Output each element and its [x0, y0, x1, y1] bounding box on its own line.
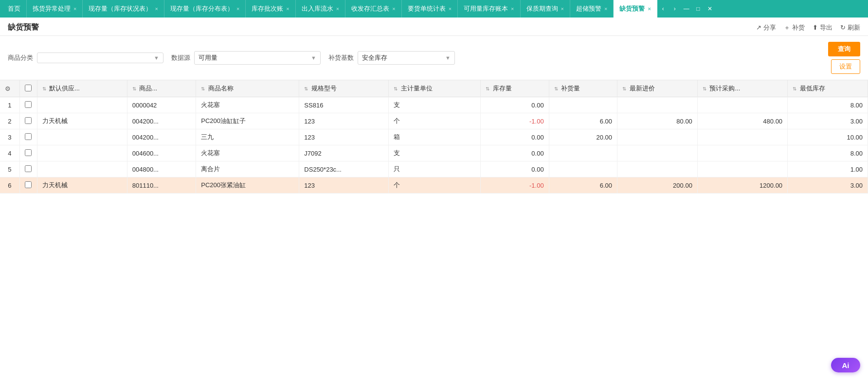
tab-batch-account[interactable]: 库存批次账 × [246, 0, 295, 18]
row-checkbox-4[interactable] [25, 149, 32, 156]
col-unit: ⇅ 主计量单位 [388, 80, 480, 97]
row-no-2: 2 [0, 113, 19, 129]
row-item-name-1: 火花塞 [196, 97, 299, 113]
query-button[interactable]: 查询 [828, 42, 860, 56]
row-checkbox-6[interactable] [25, 181, 32, 188]
window-maximize-btn[interactable]: □ [692, 0, 704, 18]
page-header: 缺货预警 ↗ 分享 ＋ 补货 ⬆ 导出 ↻ 刷新 [0, 18, 868, 36]
row-supplier-1 [37, 97, 127, 113]
row-supplier-5 [37, 161, 127, 177]
sort-stock-icon[interactable]: ⇅ [486, 86, 489, 91]
ai-bubble[interactable]: Ai [831, 358, 860, 372]
row-item-code-5: 004800... [127, 161, 196, 177]
tab-inventory-dist[interactable]: 现存量（库存分布表） × [164, 0, 246, 18]
tab-close-overstock[interactable]: × [604, 6, 607, 12]
page-content: 缺货预警 ↗ 分享 ＋ 补货 ⬆ 导出 ↻ 刷新 商品分类 [0, 18, 868, 387]
tab-close-abnormal[interactable]: × [73, 6, 76, 12]
sort-supplier-icon[interactable]: ⇅ [42, 86, 46, 91]
column-settings-icon[interactable]: ⚙ [5, 85, 11, 92]
window-minimize-btn[interactable]: — [681, 0, 692, 18]
row-check-2 [19, 113, 37, 129]
row-min-stock-4: 8.00 [788, 145, 868, 161]
col-stock: ⇅ 库存量 [481, 80, 549, 97]
sort-est-purchase-icon[interactable]: ⇅ [703, 86, 706, 91]
row-check-6 [19, 177, 37, 194]
tab-close-available-ledger[interactable]: × [511, 6, 514, 12]
replenish-base-filter-group: 补货基数 安全库存 ▼ [328, 51, 455, 65]
row-min-stock-6: 3.00 [788, 177, 868, 194]
tab-nav-next[interactable]: › [669, 0, 681, 18]
replenish-action[interactable]: ＋ 补货 [784, 23, 805, 32]
row-checkbox-3[interactable] [25, 133, 32, 140]
row-replenish-4 [549, 145, 617, 161]
datasource-select[interactable]: 可用量 ▼ [194, 51, 321, 65]
row-stock-1: 0.00 [481, 97, 549, 113]
window-close-btn[interactable]: ✕ [704, 0, 716, 18]
filter-right-actions: 查询 设置 [828, 42, 860, 74]
row-checkbox-2[interactable] [25, 117, 32, 124]
row-no-5: 5 [0, 161, 19, 177]
tab-close-inventory-status[interactable]: × [155, 6, 158, 12]
row-replenish-1 [549, 97, 617, 113]
settings-button[interactable]: 设置 [831, 59, 860, 74]
tab-close-in-out-flow[interactable]: × [336, 6, 339, 12]
col-check [19, 80, 37, 97]
tab-available-ledger[interactable]: 可用量库存账本 × [458, 0, 520, 18]
replenish-base-select-arrow: ▼ [445, 55, 451, 61]
sort-item-code-icon[interactable]: ⇅ [132, 86, 136, 91]
row-replenish-2: 6.00 [549, 113, 617, 129]
sort-spec-icon[interactable]: ⇅ [304, 86, 308, 91]
sort-item-name-icon[interactable]: ⇅ [201, 86, 205, 91]
export-action[interactable]: ⬆ 导出 [813, 23, 832, 32]
refresh-action[interactable]: ↻ 刷新 [840, 23, 860, 32]
tab-shortage[interactable]: 缺货预警 × [614, 0, 657, 18]
row-check-5 [19, 161, 37, 177]
row-replenish-3: 20.00 [549, 129, 617, 145]
tab-overstock[interactable]: 超储预警 × [570, 0, 614, 18]
row-no-6: 6 [0, 177, 19, 194]
tab-abnormal[interactable]: 拣货异常处理 × [27, 0, 83, 18]
share-action[interactable]: ↗ 分享 [756, 23, 776, 32]
row-est-purchase-2: 480.00 [697, 113, 787, 129]
replenish-base-select[interactable]: 安全库存 ▼ [358, 51, 455, 65]
tab-order-stat[interactable]: 要货单统计表 × [402, 0, 458, 18]
row-unit-4: 支 [388, 145, 480, 161]
tab-expiry-query[interactable]: 保质期查询 × [521, 0, 570, 18]
tab-nav-prev[interactable]: ‹ [657, 0, 669, 18]
tab-close-shortage[interactable]: × [648, 6, 651, 12]
row-spec-5: DS250*23c... [299, 161, 389, 177]
tab-close-inventory-dist[interactable]: × [236, 6, 239, 12]
sort-min-stock-icon[interactable]: ⇅ [793, 86, 796, 91]
row-check-1 [19, 97, 37, 113]
tab-close-expiry-query[interactable]: × [561, 6, 564, 12]
sort-latest-price-icon[interactable]: ⇅ [622, 86, 626, 91]
row-unit-5: 只 [388, 161, 480, 177]
row-spec-4: J7092 [299, 145, 389, 161]
category-filter-group: 商品分类 ▼ [8, 53, 163, 63]
row-est-purchase-3 [697, 129, 787, 145]
tab-bar: 首页 拣货异常处理 × 现存量（库存状况表） × 现存量（库存分布表） × 库存… [0, 0, 868, 18]
sort-replenish-icon[interactable]: ⇅ [554, 86, 558, 91]
tab-in-out-flow[interactable]: 出入库流水 × [296, 0, 345, 18]
row-checkbox-1[interactable] [25, 101, 32, 108]
row-item-name-6: PC200张紧油缸 [196, 177, 299, 194]
row-est-purchase-5 [697, 161, 787, 177]
category-select[interactable]: ▼ [37, 53, 163, 63]
tab-close-collect-summary[interactable]: × [392, 6, 395, 12]
filter-bar: 商品分类 ▼ 数据源 可用量 ▼ 补货基数 安全库存 ▼ 查询 设置 [0, 36, 868, 80]
row-unit-1: 支 [388, 97, 480, 113]
row-checkbox-5[interactable] [25, 165, 32, 172]
tab-close-order-stat[interactable]: × [449, 6, 452, 12]
tab-close-batch-account[interactable]: × [286, 6, 289, 12]
replenish-base-label: 补货基数 [328, 53, 354, 62]
sort-unit-icon[interactable]: ⇅ [394, 86, 398, 91]
page-title: 缺货预警 [8, 22, 39, 33]
tab-collect-summary[interactable]: 收发存汇总表 × [345, 0, 401, 18]
select-all-checkbox[interactable] [25, 85, 32, 91]
tab-home[interactable]: 首页 [2, 0, 27, 18]
tab-inventory-status[interactable]: 现存量（库存状况表） × [83, 0, 164, 18]
replenish-base-value: 安全库存 [362, 53, 387, 62]
col-min-stock: ⇅ 最低库存 [788, 80, 868, 97]
col-replenish: ⇅ 补货量 [549, 80, 617, 97]
row-replenish-6: 6.00 [549, 177, 617, 194]
